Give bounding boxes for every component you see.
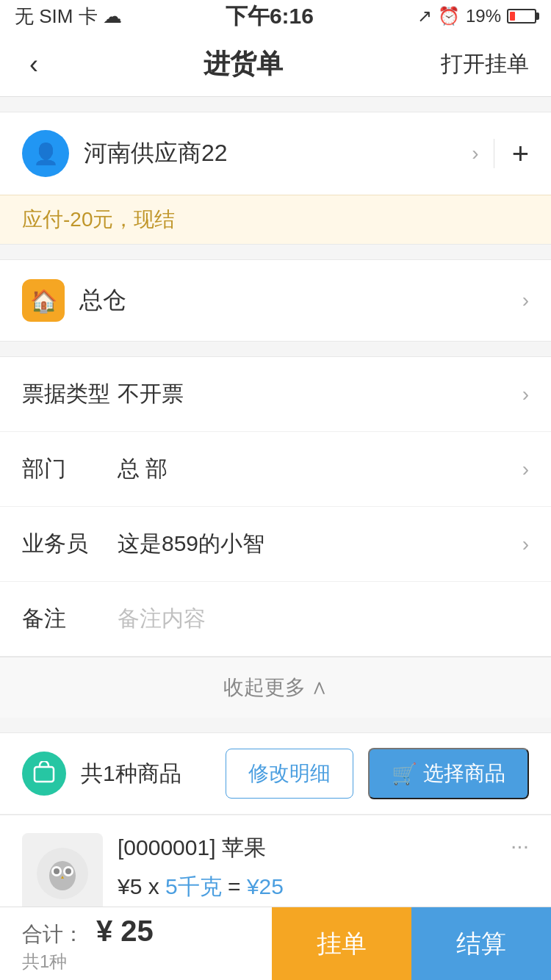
supplier-name: 河南供应商22 <box>84 137 472 170</box>
open-hang-button[interactable]: 打开挂单 <box>441 49 529 79</box>
ticket-type-value: 不开票 <box>118 379 522 409</box>
gap-3 <box>0 342 551 356</box>
supplier-arrow-icon: › <box>472 142 478 165</box>
svg-point-5 <box>54 868 60 874</box>
gap-1 <box>0 97 551 112</box>
ticket-type-row[interactable]: 票据类型 不开票 › <box>0 357 551 432</box>
remark-label: 备注 <box>22 604 118 634</box>
products-icon <box>22 752 66 796</box>
supplier-row[interactable]: 👤 河南供应商22 › + <box>0 112 551 195</box>
salesman-label: 业务员 <box>22 529 118 559</box>
sim-status: 无 SIM 卡 ☁ <box>15 4 122 29</box>
hang-button[interactable]: 挂单 <box>272 907 411 981</box>
modify-detail-button[interactable]: 修改明细 <box>226 749 353 799</box>
status-bar: 无 SIM 卡 ☁ 下午6:16 ↗ ⏰ 19% <box>0 0 551 32</box>
product-more-button[interactable]: ··· <box>511 833 529 858</box>
warehouse-row[interactable]: 🏠 总仓 › <box>0 260 551 341</box>
warehouse-card: 🏠 总仓 › <box>0 259 551 342</box>
product-name: [0000001] 苹果 <box>118 833 496 863</box>
location-icon: ↗ <box>417 6 432 26</box>
checkout-button[interactable]: 结算 <box>411 907 551 981</box>
select-icon: 🛒 <box>392 762 417 786</box>
battery-icon <box>507 9 536 24</box>
warehouse-name: 总仓 <box>79 284 522 317</box>
salesman-row[interactable]: 业务员 这是859的小智 › <box>0 507 551 582</box>
total-count: 共1种 <box>22 950 250 973</box>
bottom-bar: 合计： ¥ 25 共1种 挂单 结算 <box>0 907 551 980</box>
select-btn-label: 选择商品 <box>423 760 505 788</box>
total-section: 合计： ¥ 25 共1种 <box>0 915 272 973</box>
product-thumbnail <box>22 833 103 914</box>
supplier-avatar: 👤 <box>22 130 69 177</box>
supplier-notice: 应付-20元，现结 <box>0 195 551 244</box>
department-arrow-icon: › <box>522 458 529 481</box>
total-amount: ¥ 25 <box>96 915 154 947</box>
department-row[interactable]: 部门 总 部 › <box>0 432 551 507</box>
salesman-arrow-icon: › <box>522 533 529 556</box>
products-header: 共1种商品 修改明细 🛒 选择商品 <box>0 732 551 815</box>
ticket-type-arrow-icon: › <box>522 383 529 406</box>
status-left: 无 SIM 卡 ☁ <box>15 4 122 29</box>
department-value: 总 部 <box>118 454 522 484</box>
gap-4 <box>0 718 551 732</box>
nav-bar: ‹ 进货单 打开挂单 <box>0 32 551 97</box>
products-count: 共1种商品 <box>81 759 211 789</box>
status-time: 下午6:16 <box>226 1 314 32</box>
page-title: 进货单 <box>204 46 283 82</box>
supplier-card: 👤 河南供应商22 › + 应付-20元，现结 <box>0 112 551 245</box>
status-right: ↗ ⏰ 19% <box>417 6 536 26</box>
warehouse-arrow-icon: › <box>522 289 529 312</box>
remark-row[interactable]: 备注 备注内容 <box>0 582 551 656</box>
total-label: 合计： <box>22 923 84 945</box>
warehouse-icon: 🏠 <box>22 279 65 322</box>
svg-point-6 <box>65 868 71 874</box>
collapse-bar[interactable]: 收起更多 ∧ <box>0 657 551 718</box>
supplier-add-button[interactable]: + <box>494 139 529 168</box>
gap-2 <box>0 245 551 259</box>
department-label: 部门 <box>22 454 118 484</box>
select-product-button[interactable]: 🛒 选择商品 <box>368 748 529 799</box>
alarm-icon: ⏰ <box>438 6 460 26</box>
salesman-value: 这是859的小智 <box>118 529 522 559</box>
remark-input[interactable]: 备注内容 <box>118 604 529 634</box>
battery-percent: 19% <box>466 6 501 26</box>
form-card: 票据类型 不开票 › 部门 总 部 › 业务员 这是859的小智 › 备注 备注… <box>0 356 551 657</box>
svg-rect-0 <box>35 767 54 782</box>
product-price: ¥5 x 5千克 = ¥25 <box>118 872 496 902</box>
back-button[interactable]: ‹ <box>22 42 46 87</box>
avatar-icon: 👤 <box>33 142 59 166</box>
ticket-type-label: 票据类型 <box>22 379 118 409</box>
product-info: [0000001] 苹果 ¥5 x 5千克 = ¥25 <box>118 833 496 902</box>
